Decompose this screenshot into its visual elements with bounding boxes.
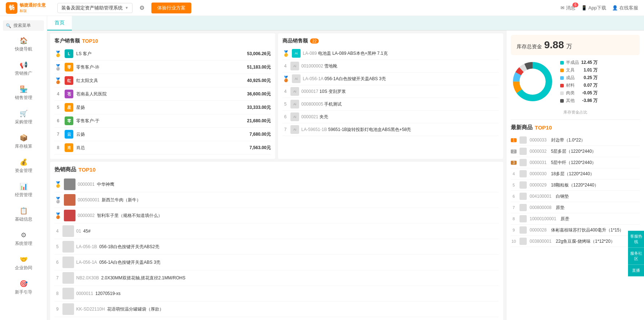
logo-area: 畅 畅捷通好生意 标版 (6, 2, 53, 14)
rank-number: 6 (511, 194, 517, 198)
sidebar-item-sales[interactable]: 🏪 销售管理 (3, 82, 44, 104)
table-row: 6 零 零售客户-于 21,680.00元 (54, 114, 271, 128)
rank-number: 4 (282, 63, 288, 69)
logo-text: 畅捷通好生意 标版 (20, 2, 46, 13)
product-ranking-badge: 22 (310, 38, 319, 44)
settings-icon[interactable]: ⚙ (137, 3, 147, 13)
rank-number: 4 (54, 229, 60, 234)
sidebar-item-operations[interactable]: 📊 经营管理 (3, 179, 44, 202)
phone-icon: 📱 (581, 5, 587, 11)
legend-name: 其他 (566, 98, 580, 104)
table-row: 🥈 零 零售客户-许 51,183.00元 (54, 61, 271, 74)
product-thumbnail (519, 170, 527, 177)
list-item: 4 Ai 0000017 10S 变刮罗浆 (282, 85, 499, 98)
customer-value: 51,183.00元 (247, 64, 271, 70)
medal-icon: 🥇 (282, 50, 290, 57)
rank-number: 1 (511, 138, 517, 142)
customer-hotline-button[interactable]: 客服热线 (628, 231, 644, 248)
medal-icon: 🥇 (54, 181, 62, 188)
table-row: 7 云 云扬 7,680.00元 (54, 128, 271, 141)
list-item: 5 LA-056-1B 056-1B白色按键开关壳ABS2壳 (54, 239, 499, 255)
product-thumbnail (62, 288, 74, 299)
main-layout: 🔍 搜索菜单 🏠 快捷导航 📢 营销推广 🏪 销售管理 🛒 采购管理 📦 库存核… (0, 16, 644, 320)
product-info: 0000021 夹壳 (301, 114, 499, 120)
product-thumbnail (62, 272, 74, 284)
sidebar-item-enterprise[interactable]: 🤝 企业协同 (3, 252, 44, 275)
list-item: 5 0000029 18颗粒板（1220*2440） (511, 180, 640, 191)
list-item: 9 KK-SD22110H 花语萌恒温分罐罐袋（厚款） (54, 301, 499, 317)
medal-icon: 🥇 (54, 50, 62, 57)
list-item: 🥇 Ai LA-089 电池盖 LA-089 ABS本色+黑种 7.1克 (282, 47, 499, 60)
customer-name: LS 客户 (76, 51, 244, 57)
product-thumbnail (64, 179, 76, 190)
left-mid-panel: 客户销售额 TOP10 🥇 L LS 客户 53,006.26元 🥈 (47, 30, 506, 320)
dashboard: 客户销售额 TOP10 🥇 L LS 客户 53,006.26元 🥈 (47, 30, 644, 320)
list-item: 7 NB2.0X30B 2.0X30MM双搓花轴,搓花直径2.1MM/ROHS (54, 270, 499, 286)
search-menu[interactable]: 🔍 搜索菜单 (3, 20, 44, 31)
product-thumbnail (519, 238, 527, 245)
table-row: 5 星 星扬 33,333.00元 (54, 101, 271, 114)
rank-number: 3 (511, 161, 517, 165)
product-thumbnail: Ai (290, 62, 299, 70)
logo-icon: 畅 (6, 2, 17, 14)
sidebar-item-purchase[interactable]: 🛒 采购管理 (3, 106, 44, 129)
customer-ranking-title: TOP10 (82, 38, 98, 44)
legend-dot (560, 69, 564, 72)
rank-number: 8 (54, 145, 62, 150)
sidebar-item-finance[interactable]: 💰 资金管理 (3, 155, 44, 177)
product-ranking-title-prefix: 商品销售额 (282, 38, 308, 44)
legend-value: 0.25 万 (584, 75, 598, 81)
avatar: 零 (65, 116, 73, 125)
customer-service-action[interactable]: 👤 在线客服 (612, 5, 638, 11)
donut-svg (511, 60, 554, 103)
inventory-unit: 万 (566, 43, 572, 50)
donut-legend: 半成品 12.45 万 文具 1.01 万 成品 0.25 万 (560, 60, 598, 104)
list-item: 5 Ai 000800005 手机测试 (282, 98, 499, 111)
sidebar-item-marketing[interactable]: 📢 营销推广 (3, 57, 44, 80)
list-item: 8 0000011 12070519-xs (54, 286, 499, 301)
legend-value: -0.05 万 (582, 90, 598, 96)
product-thumbnail (519, 204, 527, 211)
top-row: 客户销售额 TOP10 🥇 L LS 客户 53,006.26元 🥈 (47, 30, 506, 159)
legend-dot (560, 91, 564, 95)
legend-name: 文具 (566, 67, 582, 73)
system-icon: ⚙ (21, 231, 27, 239)
inventory-caption: 库存资金占比 (511, 110, 640, 115)
rank-number: 6 (282, 114, 288, 119)
rank-number: 8 (511, 217, 517, 221)
product-thumbnail: Ai (292, 74, 301, 83)
customer-value: 36,600.00元 (247, 91, 271, 97)
avatar: 星 (65, 103, 73, 112)
legend-item-stationery: 文具 1.01 万 (560, 67, 598, 73)
list-item: 9 0000028 体彬嘉枝味苏打饮品400毫升（1*15） (511, 225, 640, 236)
sidebar-item-system[interactable]: ⚙ 系统管理 (3, 227, 44, 250)
sidebar-item-inventory[interactable]: 📦 库存核算 (3, 130, 44, 153)
table-row: 8 肖 肖总 7,563.00元 (54, 141, 271, 155)
system-selector[interactable]: 装备及固定资产辅助管理系统 ▼ (57, 3, 133, 13)
product-ranking-section: 商品销售额 22 🥇 Ai LA-089 电池盖 LA-089 ABS本色+黑种… (278, 33, 503, 159)
product-thumbnail: Ai (292, 49, 301, 58)
product-info: LA-089 电池盖 LA-089 ABS本色+黑种 7.1克 (303, 50, 499, 57)
list-item: 10 003800001 22g鱼豆腐-烧烤味（1*12*20） (511, 236, 640, 247)
product-thumbnail (62, 257, 74, 268)
service-community-button[interactable]: 服务社区 (628, 248, 644, 265)
customer-name: 云扬 (76, 131, 246, 138)
customer-name: 零售客户-许 (76, 64, 244, 70)
list-item: 🥇 0000001 中华神鹰 (54, 177, 499, 192)
trial-button[interactable]: 体验行业方案 (151, 3, 191, 13)
customer-name: 苍南县人民医院 (76, 91, 244, 97)
app-download-action[interactable]: 📱 App下载 (581, 5, 606, 11)
list-item: 🥉 Ai LA-056-1A 056-1A白色按键开关盖ABS 3壳 (282, 73, 499, 85)
user-icon: 👤 (612, 5, 618, 11)
sidebar-item-quick-nav[interactable]: 🏠 快捷导航 (3, 33, 44, 56)
sidebar-item-basic-info[interactable]: 📋 基础信息 (3, 203, 44, 226)
sidebar-item-guide[interactable]: 🎯 新手引导 (3, 276, 44, 299)
customer-name: 肖总 (76, 145, 246, 151)
live-stream-button[interactable]: 直播 (628, 265, 644, 276)
message-action[interactable]: ✉ 消息 6 (561, 5, 575, 11)
product-thumbnail (519, 148, 527, 155)
customer-value: 7,563.00元 (249, 145, 271, 151)
rank-number: 9 (54, 307, 60, 312)
tab-home[interactable]: 首页 (47, 16, 72, 30)
list-item: 2 0000032 5层多层（1220*2440） (511, 146, 640, 157)
